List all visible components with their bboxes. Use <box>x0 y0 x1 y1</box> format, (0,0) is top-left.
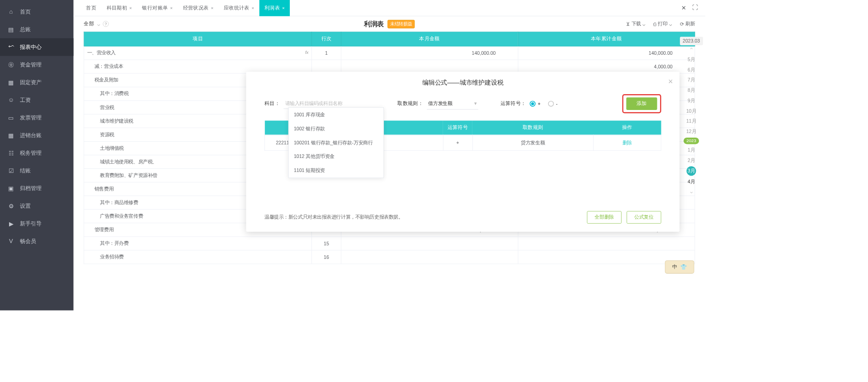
money-icon: ㊎ <box>7 61 14 68</box>
delete-link[interactable]: 删除 <box>623 140 632 145</box>
subject-dropdown: 1001 库存现金 1002 银行存款 100201 银行存款_银行存款-万安商… <box>288 107 384 178</box>
tab-bank[interactable]: 银行对账单× <box>137 0 178 16</box>
rule-label: 取数规则： <box>397 100 423 107</box>
radio-circle-icon <box>530 101 536 107</box>
fx-icon[interactable]: fx <box>305 50 309 55</box>
print-button[interactable]: ⎙打印⌵ <box>653 21 672 28</box>
radio-minus[interactable]: - <box>548 101 557 107</box>
refresh-icon: ⟳ <box>680 21 684 27</box>
side-guide[interactable]: ▶新手引导 <box>0 215 74 233</box>
table-row[interactable]: 其中：开办费15 <box>84 237 695 250</box>
add-button[interactable]: 添加 <box>626 97 657 110</box>
chevron-down-icon[interactable]: ⌵ <box>97 21 100 27</box>
table-row[interactable]: 一、营业收入fx1140,000.00140,000.00 <box>84 46 695 60</box>
month-rail: 2023.03 ⌃ 5月 6月 7月 8月 9月 10月 11月 12月 202… <box>680 37 703 195</box>
month-10[interactable]: 10月 <box>686 107 696 116</box>
add-button-highlight: 添加 <box>622 94 661 113</box>
close-icon[interactable]: × <box>211 5 213 10</box>
page-title: 利润表 <box>364 19 384 29</box>
tab-subject-init[interactable]: 科目期初× <box>101 0 137 16</box>
month-12[interactable]: 12月 <box>686 127 696 136</box>
scroll-down-icon[interactable]: ⌄ <box>689 187 694 194</box>
close-icon[interactable]: × <box>129 5 132 10</box>
ime-label: 中 <box>672 264 677 271</box>
print-icon: ⎙ <box>653 21 656 27</box>
subject-label: 科目： <box>264 100 280 107</box>
close-icon[interactable]: × <box>282 5 285 10</box>
download-button[interactable]: ⊻下载⌵ <box>626 21 645 28</box>
tab-home[interactable]: 首页 <box>81 0 102 16</box>
refresh-button[interactable]: ⟳刷新 <box>680 21 695 28</box>
home-icon: ⌂ <box>7 8 14 15</box>
side-label: 归档管理 <box>20 185 42 191</box>
dropdown-item[interactable]: 1101 短期投资 <box>289 164 384 178</box>
fcol-action: 操作 <box>594 121 661 135</box>
side-label: 设置 <box>20 202 31 209</box>
side-label: 发票管理 <box>20 114 42 121</box>
tab-receivable[interactable]: 应收统计表× <box>218 0 259 16</box>
modal-tip: 温馨提示：新公式只对未出报表进行计算，不影响历史报表数据。 <box>264 214 403 221</box>
modal-close-icon[interactable]: × <box>668 77 673 86</box>
radio-circle-icon <box>548 101 554 107</box>
help-icon[interactable]: ? <box>103 21 109 27</box>
building-icon: ▦ <box>7 79 14 86</box>
formula-modal: 编辑公式——城市维护建设税 × 科目： 取数规则： 借方发生额▾ 运算符号： +… <box>246 72 679 231</box>
delete-all-button[interactable]: 全部删除 <box>587 211 621 224</box>
user-icon: ☺ <box>7 96 14 104</box>
tab-profit[interactable]: 利润表× <box>259 0 290 16</box>
dropdown-item[interactable]: 1001 库存现金 <box>289 108 384 122</box>
close-window-icon[interactable]: ✕ <box>681 5 686 11</box>
rule-select[interactable]: 借方发生额▾ <box>427 98 478 110</box>
month-5[interactable]: 5月 <box>688 55 695 64</box>
side-home[interactable]: ⌂首页 <box>0 3 74 21</box>
tab-label: 应收统计表 <box>224 5 250 11</box>
invoice-icon: ▭ <box>7 114 14 121</box>
tab-label: 首页 <box>86 5 96 11</box>
month-6[interactable]: 6月 <box>688 66 695 75</box>
month-7[interactable]: 7月 <box>688 76 695 85</box>
side-archive[interactable]: ▣归档管理 <box>0 180 74 197</box>
side-label: 畅会员 <box>20 238 37 244</box>
month-1[interactable]: 1月 <box>688 146 695 155</box>
dropdown-item[interactable]: 100201 银行存款_银行存款-万安商行 <box>289 136 384 150</box>
side-ledger[interactable]: ▤总账 <box>0 21 74 38</box>
current-period[interactable]: 2023.03 <box>680 37 703 45</box>
close-icon[interactable]: × <box>170 5 173 10</box>
side-assets[interactable]: ▦固定资产 <box>0 74 74 91</box>
radio-plus[interactable]: + <box>530 101 541 107</box>
month-11[interactable]: 11月 <box>686 117 696 126</box>
scroll-up-icon[interactable]: ⌃ <box>689 47 694 53</box>
side-salary[interactable]: ☺工资 <box>0 91 74 109</box>
side-vip[interactable]: V畅会员 <box>0 233 74 250</box>
side-tax[interactable]: ☷税务管理 <box>0 144 74 162</box>
toolbar: 全部 ⌵ ? 利润表 未结转损益 ⊻下载⌵ ⎙打印⌵ ⟳刷新 <box>74 16 706 32</box>
dropdown-item[interactable]: 1002 银行存款 <box>289 122 384 136</box>
modal-title: 编辑公式——城市维护建设税 <box>422 79 504 86</box>
grid-icon: ▦ <box>7 132 14 139</box>
side-label: 首页 <box>20 8 31 15</box>
filter-all[interactable]: 全部 <box>84 21 94 28</box>
dropdown-item[interactable]: 1012 其他货币资金 <box>289 150 384 164</box>
fcol-rule: 取数规则 <box>472 121 594 135</box>
close-icon[interactable]: × <box>252 5 255 10</box>
fullscreen-icon[interactable]: ⛶ <box>692 5 698 11</box>
side-label: 资金管理 <box>20 61 42 68</box>
month-8[interactable]: 8月 <box>688 86 695 95</box>
month-9[interactable]: 9月 <box>688 96 695 105</box>
side-reports[interactable]: ⬿报表中心 <box>0 38 74 56</box>
year-badge[interactable]: 2023 <box>684 138 699 144</box>
reset-formula-button[interactable]: 公式复位 <box>627 211 661 224</box>
chart-icon: ⬿ <box>7 43 14 51</box>
tab-business[interactable]: 经营状况表× <box>178 0 218 16</box>
month-4[interactable]: 4月 <box>688 177 695 186</box>
side-settings[interactable]: ⚙设置 <box>0 197 74 215</box>
side-inventory[interactable]: ▦进销台账 <box>0 127 74 144</box>
side-closing[interactable]: ☑结账 <box>0 162 74 180</box>
operator-label: 运算符号： <box>500 100 526 107</box>
month-2[interactable]: 2月 <box>688 156 695 165</box>
month-3-current[interactable]: 3月 <box>687 166 696 176</box>
table-row[interactable]: 业务招待费16 <box>84 250 695 264</box>
side-funds[interactable]: ㊎资金管理 <box>0 56 74 74</box>
side-invoice[interactable]: ▭发票管理 <box>0 109 74 127</box>
side-label: 工资 <box>20 96 31 103</box>
